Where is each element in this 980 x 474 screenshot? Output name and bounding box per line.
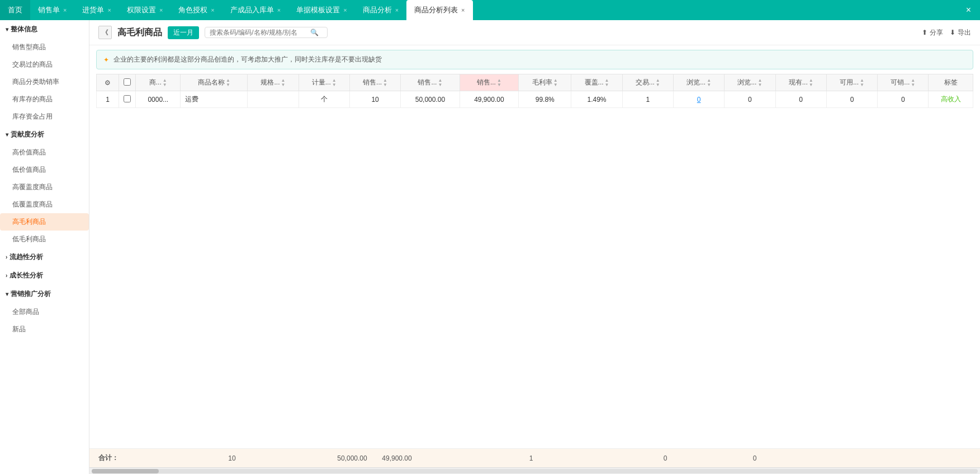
top-nav: 首页 销售单 × 进货单 × 权限设置 × 角色授权 × 产成品入库单 × 单据…	[0, 0, 980, 20]
row-checkbox[interactable]	[124, 95, 131, 102]
sidebar-section-contribution[interactable]: ▾ 贡献度分析	[0, 125, 89, 144]
horizontal-scrollbar[interactable]	[89, 467, 980, 474]
sort-spec[interactable]: ▲▼	[281, 78, 286, 87]
nav-sales-order[interactable]: 销售单 ×	[30, 0, 74, 20]
cell-index: 1	[97, 91, 119, 108]
sort-name[interactable]: ▲▼	[226, 78, 230, 87]
nav-home[interactable]: 首页	[0, 0, 30, 20]
content-area: 《 高毛利商品 近一月 🔍 ⬆ 分享 ⬇ 导出 ✦ 企业的主要的利润都是这部	[89, 20, 980, 474]
footer-cell-stock-saleable: 0	[732, 454, 777, 462]
sidebar-section-contribution-items: 高价值商品 低价值商品 高覆盖度商品 低覆盖度商品 高毛利商品 低毛利商品	[0, 144, 89, 248]
sidebar-section-general[interactable]: ▾ 整体信息	[0, 20, 89, 39]
sidebar-item-sales-product[interactable]: 销售型商品	[0, 39, 89, 56]
sort-sales-amount[interactable]: ▲▼	[438, 78, 442, 87]
info-banner: ✦ 企业的主要的利润都是这部分商品创造的，可考虑加大推广，同时关注库存是不要出现…	[96, 50, 973, 69]
nav-product-analysis-list[interactable]: 商品分析列表 ×	[406, 0, 472, 20]
sidebar-section-marketing[interactable]: ▾ 营销推广分析	[0, 285, 89, 303]
sidebar-item-low-margin[interactable]: 低毛利商品	[0, 231, 89, 248]
footer-cell-sales-amount: 50,000.00	[330, 454, 375, 462]
sort-stock-available[interactable]: ▲▼	[860, 78, 864, 87]
th-spec-label: 规格...	[261, 78, 280, 87]
th-index: ⚙	[97, 74, 119, 91]
sidebar-section-trend[interactable]: › 流趋性分析	[0, 248, 89, 266]
cell-sales-amount: 50,000.00	[401, 91, 460, 108]
sidebar-section-general-items: 销售型商品 交易过的商品 商品分类助销率 有库存的商品 库存资金占用	[0, 39, 89, 125]
browse1-link[interactable]: 0	[697, 96, 701, 104]
cell-unit: 个	[299, 91, 349, 108]
sidebar-section-growth[interactable]: › 成长性分析	[0, 266, 89, 285]
section-arrow-contribution: ▾	[6, 132, 8, 138]
sort-stock-current[interactable]: ▲▼	[809, 78, 813, 87]
sort-coverage[interactable]: ▲▼	[605, 78, 609, 87]
sidebar-item-high-margin[interactable]: 高毛利商品	[0, 213, 89, 231]
footer-cell-stock-current: 0	[643, 454, 688, 462]
sort-sales-cost[interactable]: ▲▼	[497, 78, 501, 87]
sort-browse2[interactable]: ▲▼	[758, 78, 762, 87]
nav-product-warehouse[interactable]: 产成品入库单 ×	[222, 0, 288, 20]
nav-close-role-auth[interactable]: ×	[211, 7, 214, 13]
cell-stock-current: 0	[775, 91, 826, 108]
nav-product-analysis[interactable]: 商品分析 ×	[355, 0, 406, 20]
th-sales-qty-label: 销售...	[363, 78, 382, 87]
sidebar-item-category-rate[interactable]: 商品分类助销率	[0, 73, 89, 91]
cell-gross-rate: 99.8%	[519, 91, 571, 108]
section-arrow-trend: ›	[6, 254, 7, 260]
sort-unit[interactable]: ▲▼	[332, 78, 337, 87]
th-browse1: 浏览... ▲▼	[673, 74, 724, 91]
sidebar-item-stocked-product[interactable]: 有库存的商品	[0, 91, 89, 108]
nav-close-sales-order[interactable]: ×	[63, 7, 67, 13]
table-header-row: ⚙ 商... ▲▼ 商品名称	[97, 74, 973, 91]
nav-role-auth[interactable]: 角色授权 ×	[171, 0, 222, 20]
cell-browse2: 0	[725, 91, 775, 108]
th-coverage-label: 覆盖...	[585, 78, 604, 87]
window-close-button[interactable]: ×	[957, 0, 980, 20]
sidebar-section-marketing-items: 全部商品 新品	[0, 303, 89, 338]
sort-stock-saleable[interactable]: ▲▼	[911, 78, 915, 87]
sidebar-item-low-coverage[interactable]: 低覆盖度商品	[0, 196, 89, 213]
sidebar-item-low-value[interactable]: 低价值商品	[0, 161, 89, 179]
nav-close-product-analysis-list[interactable]: ×	[461, 7, 465, 13]
sort-trade[interactable]: ▲▼	[656, 78, 660, 87]
sort-sales-qty[interactable]: ▲▼	[383, 78, 387, 87]
sort-gross-rate[interactable]: ▲▼	[553, 78, 558, 87]
footer-label: 合计：	[98, 453, 119, 463]
table-row: 1 0000... 运费 个 10 50,000.00 49,900.00 99…	[97, 91, 973, 108]
nav-purchase-order[interactable]: 进货单 ×	[74, 0, 119, 20]
page-title: 高毛利商品	[117, 27, 162, 39]
export-button[interactable]: ⬇ 导出	[950, 28, 971, 37]
nav-close-purchase-order[interactable]: ×	[107, 7, 111, 13]
footer-cell-empty5	[688, 454, 732, 462]
th-name-label: 商品名称	[198, 78, 225, 87]
nav-close-permission[interactable]: ×	[159, 7, 163, 13]
sidebar-item-traded-product[interactable]: 交易过的商品	[0, 56, 89, 73]
sidebar-item-all-products[interactable]: 全部商品	[0, 303, 89, 321]
sidebar: ▾ 整体信息 销售型商品 交易过的商品 商品分类助销率 有库存的商品 库存资金占…	[0, 20, 89, 474]
search-input[interactable]	[210, 29, 310, 36]
scroll-thumb[interactable]	[92, 469, 159, 473]
nav-template-settings[interactable]: 单据模板设置 ×	[288, 0, 354, 20]
nav-permission-settings[interactable]: 权限设置 ×	[119, 0, 171, 20]
sort-code[interactable]: ▲▼	[163, 78, 167, 87]
settings-icon[interactable]: ⚙	[105, 79, 111, 87]
th-code-label: 商...	[149, 78, 162, 87]
select-all-checkbox[interactable]	[124, 78, 131, 86]
nav-close-template[interactable]: ×	[343, 7, 347, 13]
th-browse2: 浏览... ▲▼	[725, 74, 775, 91]
th-code: 商... ▲▼	[136, 74, 181, 91]
nav-close-warehouse[interactable]: ×	[277, 7, 281, 13]
footer-cell-sales-qty: 10	[134, 454, 330, 462]
footer-cell-sales-cost: 49,900.00	[375, 454, 419, 462]
period-button[interactable]: 近一月	[168, 26, 199, 39]
nav-close-product-analysis[interactable]: ×	[395, 7, 399, 13]
search-icon[interactable]: 🔍	[310, 29, 319, 36]
sidebar-item-new-products[interactable]: 新品	[0, 321, 89, 338]
footer-cell-empty2	[464, 454, 509, 462]
sidebar-item-high-value[interactable]: 高价值商品	[0, 144, 89, 161]
th-tag-label: 标签	[944, 78, 958, 87]
share-button[interactable]: ⬆ 分享	[922, 28, 943, 37]
sidebar-item-high-coverage[interactable]: 高覆盖度商品	[0, 179, 89, 196]
sidebar-collapse-button[interactable]: 《	[98, 26, 112, 39]
cell-name: 运费	[181, 91, 248, 108]
sort-browse1[interactable]: ▲▼	[707, 78, 711, 87]
sidebar-item-stock-capital[interactable]: 库存资金占用	[0, 108, 89, 125]
